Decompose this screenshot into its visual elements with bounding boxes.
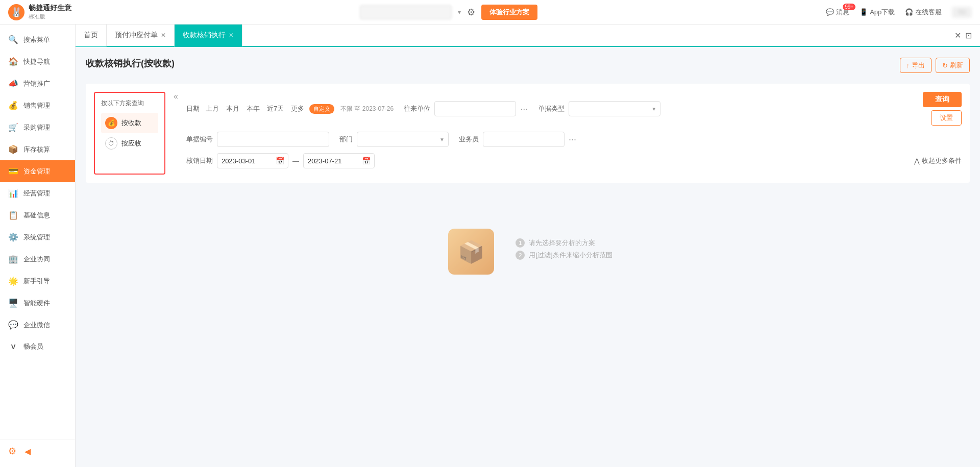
- sidebar-item-system[interactable]: ⚙️ 系统管理: [0, 226, 75, 248]
- basic-icon: 📋: [8, 210, 18, 220]
- sidebar-item-inventory[interactable]: 📦 库存核算: [0, 138, 75, 160]
- date-last-month-btn[interactable]: 上月: [204, 103, 221, 114]
- guide-icon: 🌟: [8, 276, 18, 286]
- sidebar-item-hardware[interactable]: 🖥️ 智能硬件: [0, 292, 75, 314]
- brand-name: 畅捷通好生意: [29, 4, 71, 13]
- staff-input[interactable]: [483, 132, 565, 147]
- doc-type-select[interactable]: [569, 101, 660, 116]
- tab-prepay[interactable]: 预付冲应付单 ✕: [107, 24, 175, 46]
- tab-maximize-btn[interactable]: ⊡: [965, 31, 972, 40]
- inventory-icon: 📦: [8, 144, 18, 154]
- top-bar-right: 💬 消息 99+ 📱 App下载 🎧 在线客服 Rit: [826, 7, 972, 18]
- date-label: 日期: [186, 104, 200, 113]
- date-this-year-btn[interactable]: 本年: [244, 103, 262, 114]
- member-icon: V: [8, 343, 18, 351]
- sidebar-item-wechat[interactable]: 💬 企业微信: [0, 314, 75, 336]
- sidebar-label-guide: 新手引导: [23, 277, 50, 286]
- sidebar-item-enterprise[interactable]: 🏢 企业协同: [0, 248, 75, 270]
- sidebar-label-purchase: 采购管理: [23, 123, 50, 132]
- sales-icon: 💰: [8, 101, 18, 110]
- calendar-to-icon[interactable]: 📅: [362, 157, 371, 165]
- brand-version: 标准版: [29, 13, 71, 20]
- date-more-btn[interactable]: 更多: [289, 103, 306, 114]
- page-actions: ↑ 导出 ↻ 刷新: [900, 58, 970, 73]
- sidebar-item-member[interactable]: V 畅会员: [0, 336, 75, 357]
- sidebar-item-basic[interactable]: 📋 基础信息: [0, 204, 75, 226]
- message-btn[interactable]: 💬 消息 99+: [826, 8, 849, 17]
- sidebar-settings-icon[interactable]: ⚙: [8, 446, 16, 457]
- filter-panel: 按以下方案查询 💰 按收款 ⏱ 按应收 «: [86, 84, 970, 183]
- counterparty-dots-btn[interactable]: ···: [520, 104, 528, 114]
- sidebar-label-marketing: 营销推广: [23, 79, 50, 88]
- online-service-btn[interactable]: 🎧 在线客服: [905, 8, 942, 17]
- export-btn[interactable]: ↑ 导出: [900, 58, 932, 73]
- dept-label: 部门: [339, 135, 353, 144]
- chevron-up-icon: ⋀: [914, 157, 920, 165]
- filter-group-doc-no: 单据编号: [186, 132, 329, 147]
- calendar-from-icon[interactable]: 📅: [276, 157, 284, 165]
- purchase-icon: 🛒: [8, 122, 18, 132]
- dept-select-wrapper: [357, 132, 449, 147]
- search-icon: 🔍: [8, 35, 18, 44]
- sidebar-item-sales[interactable]: 💰 销售管理: [0, 94, 75, 116]
- wechat-icon: 💬: [8, 320, 18, 330]
- export-label: 导出: [912, 61, 925, 70]
- receipt-option-label: 按收款: [121, 118, 141, 128]
- collapse-more-btn[interactable]: ⋀ 收起更多条件: [914, 156, 962, 165]
- staff-dots-btn[interactable]: ···: [569, 134, 576, 145]
- top-bar: 🐰 畅捷通好生意 标准版 ▾ ⚙ 体验行业方案 💬 消息 99+ 📱 App下载…: [0, 0, 980, 24]
- empty-hint-text-1: 请先选择要分析的方案: [529, 238, 595, 248]
- sidebar-bottom: ⚙ ◀: [0, 439, 75, 463]
- hardware-icon: 🖥️: [8, 298, 18, 308]
- tab-receipt-verify-close-icon[interactable]: ✕: [229, 32, 234, 39]
- sidebar-collapse-icon[interactable]: ◀: [24, 447, 31, 456]
- hint-num-2: 2: [516, 251, 525, 260]
- verify-date-from-wrap: 📅: [217, 153, 288, 168]
- sidebar-item-finance[interactable]: 💳 资金管理: [0, 160, 75, 182]
- sidebar-label-member: 畅会员: [23, 342, 43, 351]
- user-info: Rit: [952, 7, 972, 18]
- query-btn[interactable]: 查询: [923, 92, 962, 107]
- refresh-btn[interactable]: ↻ 刷新: [936, 58, 970, 73]
- app-download-btn[interactable]: 📱 App下载: [860, 8, 895, 17]
- refresh-label: 刷新: [950, 61, 963, 70]
- collapse-filter-btn[interactable]: «: [174, 92, 178, 101]
- tab-close-all-btn[interactable]: ✕: [954, 31, 961, 40]
- sidebar-item-purchase[interactable]: 🛒 采购管理: [0, 116, 75, 138]
- tab-home[interactable]: 首页: [76, 24, 107, 46]
- doc-type-select-wrapper: [569, 101, 660, 116]
- tab-receipt-verify[interactable]: 收款核销执行 ✕: [175, 24, 242, 46]
- filter-group-date: 日期 上月 本月 本年 近7天 更多 自定义 不限 至 2023-07-26: [186, 103, 394, 114]
- dept-select[interactable]: [357, 132, 449, 147]
- tab-receipt-verify-label: 收款核销执行: [183, 31, 226, 40]
- trial-btn[interactable]: 体验行业方案: [481, 5, 537, 20]
- doc-no-input[interactable]: [217, 132, 329, 147]
- filter-option-by-receivable[interactable]: ⏱ 按应收: [101, 133, 158, 154]
- date-7days-btn[interactable]: 近7天: [265, 103, 286, 114]
- content-area: 首页 预付冲应付单 ✕ 收款核销执行 ✕ ✕ ⊡ 收款核销执行(按收款) ↑: [76, 24, 980, 467]
- app-label: App下载: [870, 8, 895, 17]
- collapse-more-label: 收起更多条件: [922, 156, 962, 165]
- query-actions: 查询 设置: [923, 92, 962, 126]
- export-icon: ↑: [906, 62, 910, 69]
- sidebar-item-guide[interactable]: 🌟 新手引导: [0, 270, 75, 292]
- verify-date-label: 核销日期: [186, 156, 213, 165]
- settings-icon[interactable]: ⚙: [467, 7, 475, 18]
- sidebar-item-quick-nav[interactable]: 🏠 快捷导航: [0, 51, 75, 72]
- tab-bar-actions: ✕ ⊡: [954, 31, 980, 40]
- filter-option-by-receipt[interactable]: 💰 按收款: [101, 113, 158, 133]
- filter-row-2: 单据编号 部门 业务员 ···: [186, 132, 962, 147]
- sidebar-label-system: 系统管理: [23, 233, 50, 242]
- custom-badge: 自定义: [309, 104, 334, 114]
- settings-btn[interactable]: 设置: [931, 110, 962, 126]
- sidebar-item-marketing[interactable]: 📣 营销推广: [0, 72, 75, 94]
- tab-prepay-label: 预付冲应付单: [115, 31, 158, 40]
- date-this-month-btn[interactable]: 本月: [224, 103, 241, 114]
- sidebar-item-business[interactable]: 📊 经营管理: [0, 182, 75, 204]
- empty-state: 📦 1 请先选择要分析的方案 2 用[过滤]条件来缩小分析范围: [86, 183, 970, 315]
- doc-type-label: 单据类型: [538, 104, 565, 113]
- tab-prepay-close-icon[interactable]: ✕: [161, 32, 166, 39]
- counterparty-input[interactable]: [434, 101, 516, 116]
- top-bar-center: ▾ ⚙ 体验行业方案: [360, 5, 537, 20]
- sidebar-item-search-menu[interactable]: 🔍 搜索菜单: [0, 29, 75, 51]
